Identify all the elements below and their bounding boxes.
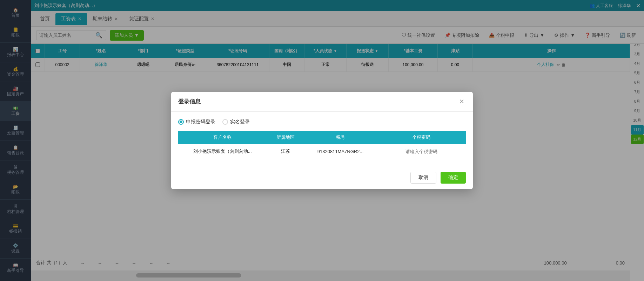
inner-td-name: 刘小艳演示账套（勿删勿动... [178,144,267,159]
dialog-footer: 取消 确定 [171,166,473,189]
radio-password-login[interactable]: 申报密码登录 [178,119,215,125]
login-info-table: 客户名称 所属地区 税号 个税密码 刘小艳演示账套（勿删勿动... 江苏 913… [178,131,466,159]
dialog-title: 登录信息 [178,98,201,105]
radio-realname-login[interactable]: 实名登录 [222,119,250,125]
inner-table-head: 客户名称 所属地区 税号 个税密码 [178,131,466,144]
inner-th-tax-id: 税号 [304,131,377,144]
confirm-button[interactable]: 确定 [441,172,466,184]
tax-password-input[interactable] [382,149,460,154]
dialog-body: 申报密码登录 实名登录 客户名称 所属地区 税号 个税密码 刘小艳演示账套（勿删… [171,112,473,166]
radio-password-circle [178,119,184,125]
dialog-header: 登录信息 ✕ [171,92,473,112]
inner-td-password[interactable] [377,144,466,159]
inner-th-name: 客户名称 [178,131,267,144]
login-info-dialog: 登录信息 ✕ 申报密码登录 实名登录 客户名称 所属地区 税号 个税密码 [171,92,473,189]
login-type-radio-group: 申报密码登录 实名登录 [178,119,466,125]
radio-realname-circle [222,119,228,125]
inner-th-password: 个税密码 [377,131,466,144]
dialog-close-button[interactable]: ✕ [457,97,466,106]
inner-td-tax-id: 91320811MA7NGR2... [304,144,377,159]
radio-realname-label: 实名登录 [230,119,250,125]
inner-table-row: 刘小艳演示账套（勿删勿动... 江苏 91320811MA7NGR2... [178,144,466,159]
radio-password-label: 申报密码登录 [186,119,215,125]
inner-th-region: 所属地区 [267,131,304,144]
inner-td-region: 江苏 [267,144,304,159]
cancel-button[interactable]: 取消 [410,172,436,184]
